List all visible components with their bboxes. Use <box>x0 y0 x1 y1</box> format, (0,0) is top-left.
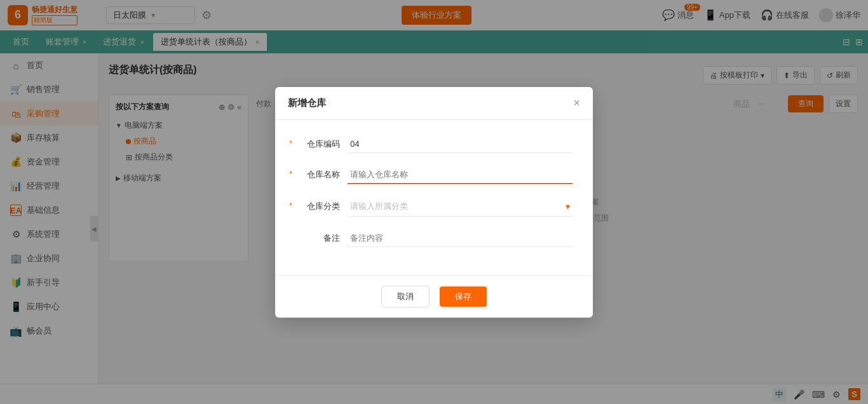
form-row-name: 仓库名称 <box>295 166 573 184</box>
form-row-category: 仓库分类 请输入所属分类 ▾ <box>295 197 573 217</box>
cancel-button[interactable]: 取消 <box>381 286 430 307</box>
label-warehouse-code: 仓库编码 <box>295 138 340 150</box>
label-warehouse-category: 仓库分类 <box>295 201 340 212</box>
save-button[interactable]: 保存 <box>440 286 487 307</box>
modal-footer: 取消 保存 <box>275 275 593 318</box>
modal-close-button[interactable]: × <box>573 97 580 109</box>
input-note[interactable] <box>348 229 573 247</box>
modal-overlay: 新增仓库 × 仓库编码 仓库名称 仓库分类 请输入所属分类 ▾ <box>0 0 868 404</box>
label-warehouse-name: 仓库名称 <box>295 169 340 180</box>
select-warehouse-category[interactable]: 请输入所属分类 ▾ <box>348 197 573 217</box>
form-row-note: 备注 <box>295 229 573 247</box>
label-note: 备注 <box>295 232 340 244</box>
form-row-code: 仓库编码 <box>295 135 573 153</box>
input-warehouse-name[interactable] <box>348 166 573 184</box>
modal-body: 仓库编码 仓库名称 仓库分类 请输入所属分类 ▾ 备注 <box>275 120 593 275</box>
modal-title: 新增仓库 <box>288 97 326 109</box>
input-warehouse-code[interactable] <box>348 135 573 153</box>
modal-new-warehouse: 新增仓库 × 仓库编码 仓库名称 仓库分类 请输入所属分类 ▾ <box>275 87 593 318</box>
category-arrow-icon: ▾ <box>566 201 570 212</box>
modal-header: 新增仓库 × <box>275 87 593 120</box>
category-placeholder: 请输入所属分类 <box>350 201 566 212</box>
